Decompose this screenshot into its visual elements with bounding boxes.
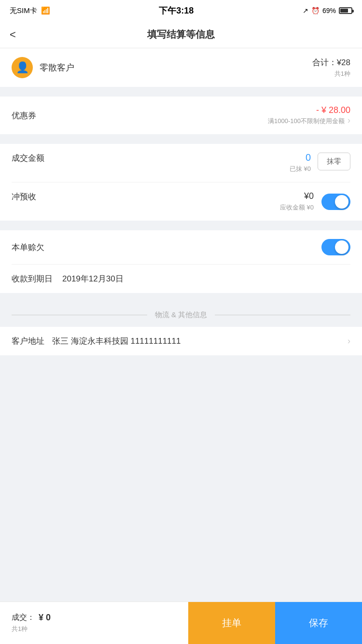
coupon-discount: - ¥ 28.00 <box>268 105 350 115</box>
customer-row: 👤 零散客户 合计：¥28 共1种 <box>0 48 362 87</box>
status-left: 无SIM卡 📶 <box>10 6 50 15</box>
amount-section: 成交金额 0 已抹 ¥0 抹零 冲预收 ¥0 应收金额 ¥0 <box>0 144 362 221</box>
avatar: 👤 <box>12 57 33 78</box>
round-button[interactable]: 抹零 <box>318 153 350 170</box>
separator-2 <box>0 139 362 144</box>
logistics-label: 物流 & 其他信息 <box>147 310 215 320</box>
prepay-values: ¥0 应收金额 ¥0 <box>280 191 314 212</box>
separator-4 <box>0 298 362 303</box>
customer-section: 👤 零散客户 合计：¥28 共1种 <box>0 48 362 87</box>
save-button[interactable]: 保存 <box>275 602 362 644</box>
battery-text: 69% <box>322 7 336 14</box>
bottom-spacer <box>0 360 362 389</box>
footer-info: 成交： ¥ 0 共1种 <box>0 613 188 633</box>
back-button[interactable]: < <box>10 28 16 41</box>
address-label: 客户地址 <box>12 336 44 347</box>
debt-section: 本单赊欠 收款到期日 2019年12月30日 <box>0 230 362 293</box>
coupon-row[interactable]: 优惠券 - ¥ 28.00 满1000-100不限制使用金额 › <box>0 97 362 134</box>
prepay-label: 冲预收 <box>12 191 36 202</box>
coupon-section[interactable]: 优惠券 - ¥ 28.00 满1000-100不限制使用金额 › <box>0 97 362 134</box>
prepay-sub: 应收金额 ¥0 <box>280 203 314 212</box>
location-icon: ↗ <box>303 7 308 14</box>
coupon-right-wrap: - ¥ 28.00 满1000-100不限制使用金额 › <box>268 105 350 126</box>
due-date-row: 收款到期日 2019年12月30日 <box>0 265 362 293</box>
status-right: ↗ ⏰ 69% <box>303 7 352 14</box>
nav-bar: < 填写结算等信息 <box>0 21 362 48</box>
logistics-header: 物流 & 其他信息 <box>0 303 362 327</box>
customer-left: 👤 零散客户 <box>12 57 74 78</box>
prepay-toggle[interactable] <box>321 194 350 210</box>
amount-sub: 已抹 ¥0 <box>290 165 311 173</box>
due-date-label: 收款到期日 <box>12 273 53 284</box>
amount-right: 0 已抹 ¥0 抹零 <box>290 153 350 173</box>
amount-label: 成交金额 <box>12 153 44 164</box>
address-chevron-icon: › <box>348 336 350 346</box>
signal-text: 无SIM卡 <box>10 6 37 15</box>
customer-right: 合计：¥28 共1种 <box>312 57 350 78</box>
status-bar: 无SIM卡 📶 下午3:18 ↗ ⏰ 69% <box>0 0 362 21</box>
prepay-row: 冲预收 ¥0 应收金额 ¥0 <box>0 182 362 221</box>
debt-row: 本单赊欠 <box>0 230 362 264</box>
prepay-right: ¥0 应收金额 ¥0 <box>280 191 350 212</box>
due-date-value: 2019年12月30日 <box>62 273 124 284</box>
coupon-desc: 满1000-100不限制使用金额 <box>268 117 345 126</box>
avatar-icon: 👤 <box>16 61 29 74</box>
page-title: 填写结算等信息 <box>147 28 215 41</box>
debt-toggle[interactable] <box>321 239 350 255</box>
address-row[interactable]: 客户地址 张三 海淀永丰科技园 11111111111 › <box>0 327 362 355</box>
debt-toggle-knob <box>335 240 348 254</box>
footer-count: 共1种 <box>12 625 177 633</box>
address-section[interactable]: 客户地址 张三 海淀永丰科技园 11111111111 › <box>0 327 362 355</box>
amount-value: 0 <box>290 153 311 162</box>
pending-button[interactable]: 挂单 <box>188 602 275 644</box>
wifi-icon: 📶 <box>41 6 50 15</box>
coupon-chevron-icon: › <box>348 115 350 126</box>
footer-deal-label: 成交： <box>12 613 35 623</box>
battery-icon <box>339 7 352 14</box>
coupon-label: 优惠券 <box>12 110 36 121</box>
debt-label: 本单赊欠 <box>12 242 44 253</box>
footer-deal-amount: ¥ 0 <box>39 613 51 623</box>
status-time: 下午3:18 <box>159 5 194 16</box>
address-left: 客户地址 张三 海淀永丰科技园 11111111111 <box>12 336 181 347</box>
main-content: 👤 零散客户 合计：¥28 共1种 优惠券 - ¥ 28.00 满1000-10… <box>0 48 362 433</box>
separator-3 <box>0 225 362 230</box>
toggle-knob <box>335 195 348 209</box>
prepay-main: ¥0 <box>280 191 314 201</box>
footer-deal: 成交： ¥ 0 <box>12 613 177 623</box>
customer-count: 共1种 <box>312 70 350 78</box>
address-value: 张三 海淀永丰科技园 11111111111 <box>52 336 181 347</box>
amount-wrap: 0 已抹 ¥0 <box>290 153 311 173</box>
separator-1 <box>0 92 362 97</box>
customer-name: 零散客户 <box>40 62 74 73</box>
amount-row: 成交金额 0 已抹 ¥0 抹零 <box>0 144 362 182</box>
customer-total: 合计：¥28 <box>312 57 350 68</box>
footer: 成交： ¥ 0 共1种 挂单 保存 <box>0 602 362 644</box>
alarm-icon: ⏰ <box>311 7 320 14</box>
